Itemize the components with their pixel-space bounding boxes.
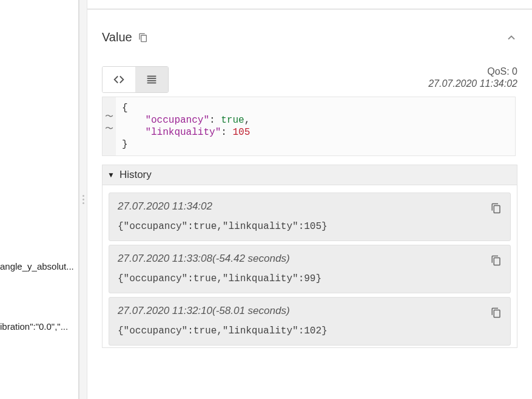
triangle-down-icon: ▼ bbox=[107, 171, 115, 179]
panel-title: Value bbox=[102, 30, 132, 44]
history-list[interactable]: 27.07.2020 11:34:02 {"occupancy":true,"l… bbox=[102, 185, 517, 348]
history-timestamp: 27.07.2020 11:33:08(-54.42 seconds) bbox=[118, 253, 502, 265]
svg-rect-3 bbox=[147, 83, 157, 84]
svg-rect-2 bbox=[147, 80, 157, 81]
code-bool: true bbox=[221, 115, 244, 126]
spark-icon[interactable]: 〜 bbox=[105, 111, 113, 123]
qos-label: QoS: 0 bbox=[428, 66, 517, 77]
code-brace: } bbox=[122, 139, 128, 150]
sidebar: angle_y_absolut... ibration":"0.0","... bbox=[0, 0, 79, 399]
view-formatted-button[interactable] bbox=[135, 67, 168, 92]
payload-timestamp: 27.07.2020 11:34:02 bbox=[428, 78, 517, 89]
history-payload: {"occupancy":true,"linkquality":105} bbox=[118, 221, 502, 232]
payload-code: 〜 〜 { "occupancy": true, "linkquality": … bbox=[102, 97, 516, 156]
collapse-icon[interactable] bbox=[505, 32, 517, 44]
copy-icon[interactable] bbox=[138, 33, 148, 43]
sidebar-item-ibration[interactable]: ibration":"0.0","... bbox=[0, 319, 76, 334]
top-border bbox=[87, 0, 532, 10]
view-toggle bbox=[102, 66, 169, 93]
splitter-handle[interactable] bbox=[79, 0, 87, 399]
history-payload: {"occupancy":true,"linkquality":102} bbox=[118, 326, 502, 336]
history-item: 27.07.2020 11:32:10(-58.01 seconds) {"oc… bbox=[109, 297, 511, 346]
code-number: 105 bbox=[232, 127, 250, 138]
code-key: "occupancy" bbox=[145, 115, 209, 126]
svg-rect-0 bbox=[147, 76, 157, 77]
copy-icon[interactable] bbox=[491, 203, 502, 216]
sidebar-item-angle[interactable]: angle_y_absolut... bbox=[0, 259, 76, 274]
history-payload: {"occupancy":true,"linkquality":99} bbox=[118, 273, 502, 284]
history-timestamp: 27.07.2020 11:34:02 bbox=[118, 200, 502, 213]
history-item: 27.07.2020 11:34:02 {"occupancy":true,"l… bbox=[109, 193, 511, 241]
history-item: 27.07.2020 11:33:08(-54.42 seconds) {"oc… bbox=[109, 245, 511, 293]
view-raw-button[interactable] bbox=[103, 67, 135, 92]
code-key: "linkquality" bbox=[145, 127, 221, 138]
code-brace: { bbox=[122, 103, 128, 114]
copy-icon[interactable] bbox=[491, 307, 502, 321]
value-panel: Value bbox=[87, 0, 532, 399]
history-timestamp: 27.07.2020 11:32:10(-58.01 seconds) bbox=[118, 305, 502, 317]
spark-icon[interactable]: 〜 bbox=[105, 123, 113, 135]
history-title: History bbox=[120, 169, 152, 181]
svg-rect-1 bbox=[147, 78, 157, 79]
copy-icon[interactable] bbox=[491, 255, 502, 268]
history-toggle[interactable]: ▼ History bbox=[102, 165, 517, 185]
